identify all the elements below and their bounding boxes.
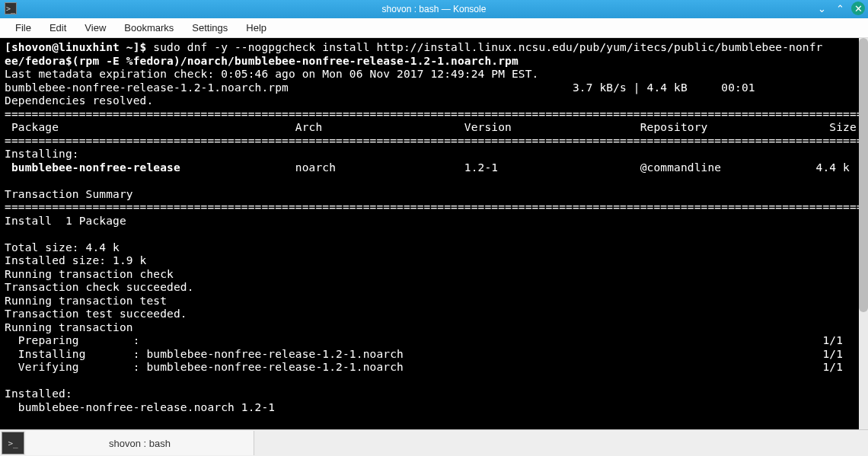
transaction-summary-header: Transaction Summary [5,188,133,200]
preparing-line: Preparing : 1/1 [5,334,850,346]
table-rule-top: ========================================… [5,108,868,120]
terminal-output[interactable]: [shovon@linuxhint ~]$ sudo dnf -y --nogp… [0,38,868,429]
tabbar: >_ shovon : bash [0,429,868,456]
check-succeeded-line: Transaction check succeeded. [5,281,194,293]
deps-resolved-line: Dependencies resolved. [5,94,153,107]
menu-view[interactable]: View [75,19,115,37]
menu-help[interactable]: Help [237,19,276,37]
menu-edit[interactable]: Edit [40,19,75,37]
menu-file[interactable]: File [6,19,40,37]
new-tab-button[interactable]: >_ [2,432,24,454]
maximize-icon[interactable]: ⌃ [833,2,847,15]
titlebar: >_ shovon : bash — Konsole ⌄ ⌃ ✕ [0,0,868,18]
running-check-line: Running transaction check [5,268,174,280]
tab-shovon-bash[interactable]: shovon : bash [26,431,254,455]
test-succeeded-line: Transaction test succeeded. [5,308,187,320]
installing-line: Installing : bumblebee-nonfree-release-1… [5,348,850,360]
metadata-check-line: Last metadata expiration check: 0:05:46 … [5,68,539,80]
close-icon[interactable]: ✕ [851,2,865,15]
installed-package-line: bumblebee-nonfree-release.noarch 1.2-1 [5,401,829,413]
table-rule-bottom: ========================================… [5,201,868,213]
package-name: bumblebee-nonfree-release [5,161,180,174]
window-controls: ⌄ ⌃ ✕ [815,2,865,15]
table-header: Package Arch Version Repository Size [5,121,857,133]
rpm-download-line: bumblebee-nonfree-release-1.2-1.noarch.r… [5,81,782,94]
window-title: shovon : bash — Konsole [382,4,487,14]
running-test-line: Running transaction test [5,295,167,307]
package-details: noarch 1.2-1 @commandline 4.4 k [180,161,850,174]
command-line-2: ee/fedora$(rpm -E %fedora)/noarch/bumble… [5,55,519,67]
total-size-line: Total size: 4.4 k [5,241,120,254]
table-rule-mid: ========================================… [5,135,868,147]
installed-header: Installed: [5,387,72,400]
command-line-1: sudo dnf -y --nogpgcheck install http://… [153,41,822,53]
menubar: File Edit View Bookmarks Settings Help [0,18,868,38]
menu-bookmarks[interactable]: Bookmarks [115,19,183,37]
installed-size-line: Installed size: 1.9 k [5,254,146,266]
menu-settings[interactable]: Settings [183,19,237,37]
prompt: [shovon@linuxhint ~]$ [5,41,153,53]
minimize-icon[interactable]: ⌄ [815,2,828,15]
running-transaction-line: Running transaction [5,321,133,333]
installing-header: Installing: [5,148,79,160]
scrollbar-thumb[interactable] [859,38,868,312]
verifying-line: Verifying : bumblebee-nonfree-release-1.… [5,361,850,373]
app-icon: >_ [5,2,17,14]
install-count-line: Install 1 Package [5,215,126,227]
